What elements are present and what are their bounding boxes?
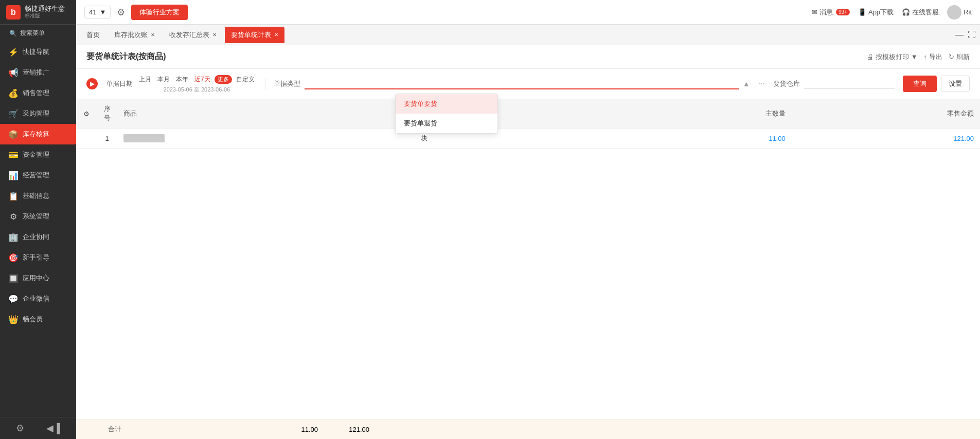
settings-button[interactable]: 设置 bbox=[941, 76, 970, 92]
app-name: 畅捷通好生意 bbox=[25, 5, 65, 13]
filter-expand-btn[interactable]: ▶ bbox=[86, 78, 98, 89]
tab-receive-summary[interactable]: 收发存汇总表 ✕ bbox=[163, 27, 223, 43]
sidebar-item-enterprise[interactable]: 🏢 企业协同 bbox=[0, 227, 76, 247]
filter-date-custom[interactable]: 自定义 bbox=[234, 74, 257, 85]
tab-home-label: 首页 bbox=[86, 30, 100, 40]
app-download-label: App下载 bbox=[868, 8, 894, 17]
tab-order-summary[interactable]: 要货单统计表 ✕ bbox=[225, 27, 284, 43]
user-item[interactable]: Rit bbox=[947, 5, 972, 20]
footer-label: 合计 bbox=[82, 425, 221, 434]
sidebar-item-label: 销售管理 bbox=[23, 88, 49, 98]
dropdown-item-order-return[interactable]: 要货单退货 bbox=[396, 114, 497, 133]
print-btn[interactable]: 🖨 按模板打印 ▼ bbox=[867, 52, 918, 62]
chevron-down-icon: ▼ bbox=[99, 8, 106, 16]
sidebar-item-label: 新手引导 bbox=[23, 253, 49, 262]
app-center-icon: 🔲 bbox=[8, 273, 19, 283]
filter-date-this-month[interactable]: 本月 bbox=[155, 74, 172, 85]
store-selector[interactable]: 41 ▼ bbox=[84, 6, 111, 19]
table-header-row: ⚙ 序号 商品 主计量单位 主数量 零售金额 bbox=[76, 99, 980, 129]
finance-icon: 💳 bbox=[8, 150, 19, 160]
tab-batch-account-close[interactable]: ✕ bbox=[151, 32, 155, 38]
refresh-icon: ↻ bbox=[949, 53, 954, 61]
sidebar-item-finance[interactable]: 💳 资金管理 bbox=[0, 144, 76, 165]
search-menu-item[interactable]: 🔍 搜索菜单 bbox=[0, 25, 76, 42]
sidebar-item-member[interactable]: 👑 畅会员 bbox=[0, 309, 76, 330]
topbar: 41 ▼ ⚙ 体验行业方案 ✉ 消息 99+ 📱 App下载 🎧 在线客服 R bbox=[76, 0, 980, 25]
dropdown-item-order-goods[interactable]: 要货单要货 bbox=[396, 94, 497, 114]
marketing-icon: 📢 bbox=[8, 67, 19, 78]
footer-quantity: 11.00 bbox=[273, 426, 324, 433]
filter-type-dropdown-icon[interactable]: ▲ bbox=[743, 80, 750, 88]
quick-nav-icon: ⚡ bbox=[8, 47, 19, 57]
sidebar-item-label: 企业协同 bbox=[23, 232, 49, 242]
sidebar-item-purchase[interactable]: 🛒 采购管理 bbox=[0, 103, 76, 124]
operation-icon: 📊 bbox=[8, 170, 19, 180]
trial-button[interactable]: 体验行业方案 bbox=[131, 5, 188, 20]
export-btn[interactable]: ↑ 导出 bbox=[924, 52, 943, 62]
filter-date-last-month[interactable]: 上月 bbox=[137, 74, 153, 85]
sidebar-item-label: 系统管理 bbox=[23, 212, 49, 221]
type-dropdown-menu: 要货单要货 要货单退货 bbox=[395, 94, 498, 134]
table-body: 1 块 11.00 121.00 bbox=[76, 129, 980, 149]
sidebar-item-sales[interactable]: 💰 销售管理 bbox=[0, 83, 76, 103]
td-settings bbox=[76, 129, 97, 149]
filter-date-7days[interactable]: 近7天 bbox=[192, 74, 212, 85]
main-area: 41 ▼ ⚙ 体验行业方案 ✉ 消息 99+ 📱 App下载 🎧 在线客服 R bbox=[76, 0, 980, 439]
tab-receive-summary-label: 收发存汇总表 bbox=[169, 30, 209, 40]
sidebar-item-system[interactable]: ⚙ 系统管理 bbox=[0, 206, 76, 227]
user-name: Rit bbox=[964, 8, 972, 16]
refresh-btn[interactable]: ↻ 刷新 bbox=[949, 52, 970, 62]
tab-minimize-btn[interactable]: — bbox=[955, 30, 964, 40]
sidebar-item-app-center[interactable]: 🔲 应用中心 bbox=[0, 268, 76, 288]
sidebar-item-wechat[interactable]: 💬 企业微信 bbox=[0, 288, 76, 309]
topbar-settings-icon[interactable]: ⚙ bbox=[117, 7, 125, 18]
query-button[interactable]: 查询 bbox=[903, 76, 937, 92]
th-amount: 零售金额 bbox=[792, 99, 980, 129]
basic-icon: 📋 bbox=[8, 191, 19, 201]
sidebar-item-label: 畅会员 bbox=[23, 315, 43, 324]
sidebar-item-inventory[interactable]: 📦 库存核算 bbox=[0, 124, 76, 144]
wechat-icon: 💬 bbox=[8, 294, 19, 304]
tab-batch-account-label: 库存批次账 bbox=[114, 30, 148, 40]
page-header: 要货单统计表(按商品) 🖨 按模板打印 ▼ ↑ 导出 ↻ 刷新 bbox=[76, 45, 980, 69]
sidebar-item-label: 资金管理 bbox=[23, 150, 49, 159]
td-quantity[interactable]: 11.00 bbox=[635, 129, 792, 149]
app-download-item[interactable]: 📱 App下载 bbox=[858, 8, 894, 17]
sidebar-item-label: 基础信息 bbox=[23, 191, 49, 200]
filter-type-input[interactable] bbox=[305, 79, 739, 89]
filter-date-label: 单据日期 bbox=[106, 79, 133, 88]
tab-expand-btn[interactable]: ⛶ bbox=[968, 30, 976, 40]
tab-order-summary-close[interactable]: ✕ bbox=[274, 32, 278, 38]
filter-warehouse-group: 要货仓库 bbox=[773, 79, 895, 89]
message-item[interactable]: ✉ 消息 99+ bbox=[812, 8, 850, 17]
message-badge: 99+ bbox=[836, 9, 850, 15]
refresh-label: 刷新 bbox=[956, 52, 970, 62]
sidebar-settings-btn[interactable]: ⚙ bbox=[16, 423, 24, 434]
th-settings[interactable]: ⚙ bbox=[76, 99, 97, 129]
sidebar-item-label: 库存核算 bbox=[23, 130, 49, 139]
filter-more-icon[interactable]: ··· bbox=[758, 79, 765, 88]
sidebar-menu: ⚡ 快捷导航 📢 营销推广 💰 销售管理 🛒 采购管理 📦 库存核算 💳 资金管… bbox=[0, 42, 76, 417]
sales-icon: 💰 bbox=[8, 88, 19, 98]
sidebar-collapse-btn[interactable]: ◀▐ bbox=[46, 423, 60, 434]
filter-warehouse-input[interactable] bbox=[804, 79, 895, 89]
sidebar-item-quick-nav[interactable]: ⚡ 快捷导航 bbox=[0, 42, 76, 62]
sidebar-item-guide[interactable]: 🎯 新手引导 bbox=[0, 247, 76, 268]
tab-batch-account[interactable]: 库存批次账 ✕ bbox=[108, 27, 161, 43]
td-amount[interactable]: 121.00 bbox=[792, 129, 980, 149]
table-area: ⚙ 序号 商品 主计量单位 主数量 零售金额 1 bbox=[76, 99, 980, 419]
filter-date-this-year[interactable]: 本年 bbox=[174, 74, 190, 85]
sidebar-item-marketing[interactable]: 📢 营销推广 bbox=[0, 62, 76, 83]
online-service-label: 在线客服 bbox=[912, 8, 939, 17]
tab-home[interactable]: 首页 bbox=[80, 27, 106, 43]
topbar-left: 41 ▼ ⚙ 体验行业方案 bbox=[84, 5, 188, 20]
online-service-item[interactable]: 🎧 在线客服 bbox=[902, 8, 939, 17]
tab-receive-summary-close[interactable]: ✕ bbox=[212, 32, 217, 38]
footer-total-text: 合计 bbox=[108, 425, 121, 433]
message-icon: ✉ bbox=[812, 8, 817, 16]
filter-date-more-badge[interactable]: 更多 bbox=[215, 75, 232, 84]
page-actions: 🖨 按模板打印 ▼ ↑ 导出 ↻ 刷新 bbox=[867, 52, 970, 62]
sidebar-item-operation[interactable]: 📊 经营管理 bbox=[0, 165, 76, 186]
product-name-blurred bbox=[123, 134, 165, 142]
sidebar-item-basic[interactable]: 📋 基础信息 bbox=[0, 186, 76, 206]
